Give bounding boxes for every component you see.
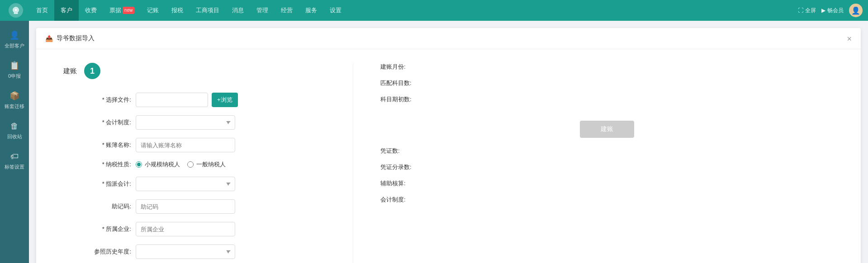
tag-icon: 🏷 [9,151,20,162]
nav-item-business[interactable]: 工商项目 [190,0,226,21]
history-year-label: 参照历史年度: [90,248,136,256]
tax-type-form-row: * 纳税性质: 小规模纳税人 一般纳税人 [63,160,335,169]
step-label: 建账 [63,67,77,75]
ledger-name-form-row: * 账簿名称: [63,138,335,152]
fullscreen-button[interactable]: ⛶ 全屏 [798,7,816,14]
aux-calc-row: 辅助核算: [380,179,834,188]
declare-icon: 📋 [9,60,20,71]
accountant-form-row: * 指派会计: ▼ [63,177,335,191]
match-subjects-row: 匹配科目数: [380,79,834,87]
history-year-select-wrapper: ▼ [136,244,235,259]
voucher-records-row: 凭证分录数: [380,163,834,171]
close-button[interactable]: × [847,34,852,44]
tax-type-label: * 纳税性质: [90,160,136,169]
app-body: 👤 全部客户 📋 0申报 📦 账套迁移 🗑 回收站 🏷 标签设置 📤 导爷数据导… [0,21,868,263]
app-logo [5,0,26,21]
nav-item-management[interactable]: 管理 [250,0,275,21]
fullscreen-icon: ⛶ [798,7,803,14]
form-section: 建账 1 * 选择文件: +浏览 [63,63,335,263]
dialog-header: 📤 导爷数据导入 × [36,28,861,49]
company-form-row: * 所属企业: [63,222,335,236]
nav-right-area: ⛶ 全屏 ▶ 畅会员 👤 [798,4,863,17]
aux-calc-label: 辅助核算: [380,179,426,188]
user-avatar[interactable]: 👤 [849,4,863,17]
file-form-row: * 选择文件: +浏览 [63,93,335,107]
accounting-system-row: 会计制度: [380,196,834,204]
file-input[interactable] [136,93,208,107]
top-navigation: 首页 客户 收费 票据 new 记账 报税 工商项目 消息 管理 经营 服务 设… [0,0,868,21]
subject-init-row: 科目期初数: [380,95,834,103]
ledger-name-input[interactable] [136,138,235,152]
accounting-select[interactable] [136,115,235,130]
voucher-label: 凭证数: [380,147,426,155]
recycle-icon: 🗑 [9,121,20,132]
nav-item-settings[interactable]: 设置 [323,0,348,21]
general-taxpayer-radio[interactable] [187,161,194,168]
accountant-select-wrapper: ▼ [136,177,235,191]
nav-item-client[interactable]: 客户 [54,0,79,21]
accounting-form-row: * 会计制度: ▼ [63,115,335,130]
migrate-icon: 📦 [9,90,20,101]
company-label: * 所属企业: [90,225,136,233]
accountant-label: * 指派会计: [90,180,136,188]
memo-form-row: 助记码: [63,199,335,214]
accountant-select[interactable] [136,177,235,191]
build-account-button[interactable]: 建账 [580,121,634,138]
history-year-select[interactable] [136,244,235,259]
new-badge: new [123,7,134,14]
nav-item-fees[interactable]: 收费 [79,0,103,21]
nav-item-invoices[interactable]: 票据 new [103,0,141,21]
company-input[interactable] [136,222,235,236]
nav-item-bookkeeping[interactable]: 记账 [141,0,165,21]
voucher-records-label: 凭证分录数: [380,163,426,171]
voucher-row: 凭证数: [380,147,834,155]
main-content: 📤 导爷数据导入 × 建账 1 * 选择文件: [29,21,868,263]
small-taxpayer-radio[interactable] [136,161,142,168]
avatar-icon: 👤 [851,6,860,15]
dialog-body: 建账 1 * 选择文件: +浏览 [36,49,861,263]
all-clients-icon: 👤 [9,30,20,41]
info-section: 建账月份: 匹配科目数: 科目期初数: 建账 [353,63,834,263]
vip-button[interactable]: ▶ 畅会员 [821,7,844,14]
step-circle: 1 [84,63,100,79]
subject-init-label: 科目期初数: [380,95,426,103]
dialog-title: 导爷数据导入 [57,34,95,42]
sidebar-item-tags[interactable]: 🏷 标签设置 [0,146,29,175]
general-taxpayer-option[interactable]: 一般纳税人 [187,160,226,169]
nav-item-operations[interactable]: 经营 [275,0,299,21]
build-month-row: 建账月份: [380,63,834,71]
ledger-name-label: * 账簿名称: [90,141,136,149]
sidebar-item-migrate[interactable]: 📦 账套迁移 [0,86,29,114]
browse-button[interactable]: +浏览 [212,93,238,107]
file-label: * 选择文件: [90,96,136,104]
sidebar-item-all-clients[interactable]: 👤 全部客户 [0,25,29,54]
build-month-label: 建账月份: [380,63,426,71]
play-icon: ▶ [821,7,825,14]
sidebar-item-declare[interactable]: 📋 0申报 [0,56,29,84]
history-year-form-row: 参照历史年度: ▼ [63,244,335,259]
nav-item-services[interactable]: 服务 [299,0,323,21]
step-header: 建账 1 [63,63,335,79]
file-input-group: +浏览 [136,93,238,107]
accounting-select-wrapper: ▼ [136,115,235,130]
memo-label: 助记码: [90,202,136,211]
svg-point-0 [15,9,17,11]
small-taxpayer-option[interactable]: 小规模纳税人 [136,160,180,169]
dialog-card: 📤 导爷数据导入 × 建账 1 * 选择文件: [36,28,861,263]
nav-item-tax[interactable]: 报税 [165,0,190,21]
memo-input[interactable] [136,199,235,214]
import-icon: 📤 [45,35,53,42]
match-subjects-label: 匹配科目数: [380,79,426,87]
accounting-label: * 会计制度: [90,118,136,127]
accounting-system-label: 会计制度: [380,196,426,204]
tax-type-radio-group: 小规模纳税人 一般纳税人 [136,160,226,169]
nav-item-messages[interactable]: 消息 [226,0,250,21]
nav-item-home[interactable]: 首页 [30,0,54,21]
sidebar: 👤 全部客户 📋 0申报 📦 账套迁移 🗑 回收站 🏷 标签设置 [0,21,29,263]
sidebar-item-recycle[interactable]: 🗑 回收站 [0,116,29,145]
